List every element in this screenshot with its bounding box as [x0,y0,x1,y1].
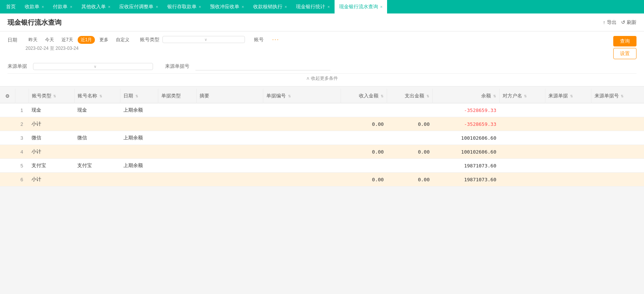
row-gear-cell [0,159,15,173]
source-doc-num-input[interactable] [195,62,330,70]
th-counterpart[interactable]: 对方户名 ⇅ [499,89,545,103]
nav-cash-stats[interactable]: 现金银行统计 × [291,0,334,13]
row-index: 1 [15,103,29,117]
nav-prepay[interactable]: 预收冲应收单 × [206,0,248,13]
collapse-bar[interactable]: ∧ 收起更多条件 [8,73,636,83]
row-expense: 0.00 [387,145,432,159]
row-expense [387,103,432,117]
account-type-select[interactable]: ∨ [162,36,245,43]
th-source-doc[interactable]: 来源单据 ⇅ [545,89,591,103]
row-counterpart [499,103,545,117]
query-button[interactable]: 查询 [613,36,636,46]
date-opt-custom[interactable]: 自定义 [113,36,132,44]
row-source-doc-no [591,173,644,187]
row-index: 2 [15,117,29,131]
close-icon[interactable]: × [108,4,110,9]
row-expense: 0.00 [387,173,432,187]
row-income: 0.00 [341,117,387,131]
row-balance: -3528659.33 [433,103,500,117]
account-type-filter-section: 账号类型 ∨ 账号 ··· [140,36,606,43]
header-actions: ↑ 导出 ↺ 刷新 [603,19,637,26]
date-opt-yesterday[interactable]: 昨天 [26,36,41,44]
close-icon[interactable]: × [70,4,72,9]
row-index: 3 [15,131,29,145]
close-icon[interactable]: × [42,4,44,9]
row-index: 4 [15,145,29,159]
close-icon[interactable]: × [242,4,244,9]
row-expense [387,131,432,145]
nav-cash-flow-query[interactable]: 现金银行流水查询 × [335,0,387,13]
th-account-type[interactable]: 账号类型 ⇅ [29,89,74,103]
close-icon[interactable]: × [380,4,383,9]
close-icon[interactable]: × [285,4,287,9]
row-gear-cell [0,103,15,117]
th-date[interactable]: 日期 ⇅ [120,89,158,103]
row-counterpart [499,117,545,131]
close-icon[interactable]: × [199,4,201,9]
sort-icon: ⇅ [99,94,102,98]
close-icon[interactable]: × [156,4,158,9]
close-icon[interactable]: × [327,4,330,9]
row-account-type: 小计 [29,173,74,187]
nav-receipt[interactable]: 收款单 × [20,0,48,13]
refresh-button[interactable]: ↺ 刷新 [621,19,636,26]
row-doc-type [158,173,196,187]
account-dots-icon[interactable]: ··· [272,36,279,43]
nav-bank-deposit[interactable]: 银行存取款单 × [163,0,206,13]
setting-button[interactable]: 设置 [613,48,636,59]
row-balance: 19871073.60 [433,173,500,187]
date-opt-1month[interactable]: 近1月 [78,36,95,44]
row-doc-type [158,159,196,173]
row-summary [197,145,263,159]
row-source-doc [545,145,591,159]
date-opt-more[interactable]: 更多 [96,36,111,44]
source-doc-label: 来源单据 [8,63,27,70]
table-row: 5 支付宝 支付宝 上期余额 19871073.60 [0,159,644,173]
row-source-doc-no [591,131,644,145]
row-date: 上期余额 [120,131,158,145]
nav-verify[interactable]: 收款核销执行 × [249,0,291,13]
row-gear-cell [0,145,15,159]
row-date [120,117,158,131]
row-doc-no [263,173,341,187]
row-account-name: 支付宝 [74,159,120,173]
row-doc-type [158,131,196,145]
sort-icon: ⇅ [524,94,527,98]
row-source-doc-no [591,159,644,173]
nav-adjustment[interactable]: 应收应付调整单 × [115,0,162,13]
th-doc-no[interactable]: 单据编号 ⇅ [263,89,341,103]
account-type-label: 账号类型 [140,36,159,43]
account-label: 账号 [254,36,269,43]
row-income [341,131,387,145]
th-index [15,89,29,103]
table-row: 6 小计 0.00 0.00 19871073.60 [0,173,644,187]
th-source-doc-no[interactable]: 来源单据号 ⇅ [591,89,644,103]
row-source-doc [545,103,591,117]
table-row: 2 小计 0.00 0.00 -3528659.33 [0,117,644,131]
row-gear-cell [0,173,15,187]
date-opt-7days[interactable]: 近7天 [59,36,76,44]
row-balance: 100102606.60 [433,145,500,159]
collapse-arrow-icon: ∧ [306,76,310,81]
source-doc-select[interactable]: ∨ [33,63,153,70]
row-balance: 19871073.60 [433,159,500,173]
date-opt-today[interactable]: 今天 [42,36,57,44]
th-income[interactable]: 收入金额 ⇅ [341,89,387,103]
row-account-type: 支付宝 [29,159,74,173]
row-doc-no [263,103,341,117]
row-account-type: 微信 [29,131,74,145]
th-balance[interactable]: 余额 ⇅ [433,89,500,103]
nav-payment[interactable]: 付款单 × [48,0,77,13]
row-income [341,159,387,173]
th-gear[interactable]: ⚙ [0,89,15,103]
table-body: 1 现金 现金 上期余额 -3528659.33 2 小计 0.00 0.00 … [0,103,644,187]
th-account-name[interactable]: 账号名称 ⇅ [74,89,120,103]
row-source-doc [545,159,591,173]
nav-other-income[interactable]: 其他收入单 × [77,0,115,13]
top-navigation: 首页 收款单 × 付款单 × 其他收入单 × 应收应付调整单 × 银行存取款单 … [0,0,644,13]
th-expense[interactable]: 支出金额 ⇅ [387,89,432,103]
export-button[interactable]: ↑ 导出 [603,19,617,26]
row-counterpart [499,131,545,145]
nav-home[interactable]: 首页 [2,0,20,13]
row-account-type: 现金 [29,103,74,117]
